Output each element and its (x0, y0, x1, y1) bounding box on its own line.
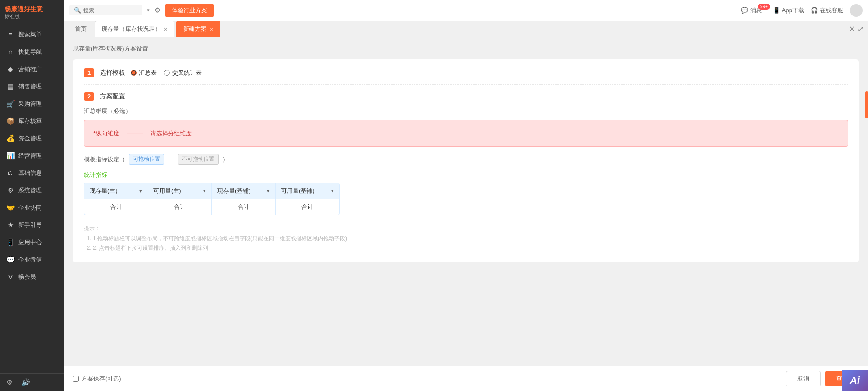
search-input[interactable] (83, 7, 129, 14)
radio-cross-input[interactable] (164, 70, 170, 76)
marketing-icon: ◆ (6, 65, 15, 73)
sidebar-item-basic-info[interactable]: 🗂 基础信息 (0, 165, 64, 182)
sidebar-item-finance[interactable]: 💰 资金管理 (0, 130, 64, 147)
search-bar[interactable]: 🔍 (69, 5, 142, 15)
stats-col-0-label: 现存量(主) (90, 187, 117, 195)
online-service-label: 在线客服 (820, 6, 843, 15)
hint-item-1: 2. 点击标题栏下拉可设置排序、插入列和删除列 (93, 243, 848, 253)
sidebar-item-member[interactable]: V 畅会员 (0, 268, 64, 286)
tab-new-plan[interactable]: 新建方案 ✕ (176, 21, 220, 37)
finance-icon: 💰 (6, 134, 15, 143)
sidebar-item-label: 快捷导航 (18, 48, 42, 56)
dimension-section-label: 汇总维度（必选） (84, 107, 848, 115)
avatar[interactable] (850, 4, 863, 17)
sidebar-item-new-guide[interactable]: ★ 新手引导 (0, 216, 64, 234)
quick-nav-icon: ⌂ (6, 48, 15, 56)
save-checkbox[interactable] (73, 376, 79, 382)
stats-col-3-label: 可用量(基辅) (281, 187, 315, 195)
radio-cross-label: 交叉统计表 (172, 69, 202, 77)
sidebar-item-label: 库存核算 (18, 117, 42, 125)
sidebar-item-business[interactable]: 📊 经营管理 (0, 147, 64, 165)
hints-section: 提示： 1.拖动标题栏可以调整布局，不可跨维度或指标区域拖动栏目字段(只能在同一… (84, 224, 848, 253)
sidebar-item-sys-mgmt[interactable]: ⚙ 系统管理 (0, 182, 64, 199)
dimension-placeholder[interactable]: 请选择分组维度 (150, 129, 192, 138)
radio-summary[interactable]: 汇总表 (131, 69, 157, 77)
tabbar-actions: ✕ ⤢ (849, 25, 868, 33)
gear-icon[interactable]: ⚙ (154, 6, 161, 15)
tab-home[interactable]: 首页 (68, 21, 93, 37)
indicator-settings-sep (168, 155, 174, 164)
tab-close-inventory[interactable]: ✕ (163, 26, 168, 32)
dimension-box[interactable]: *纵向维度 —— 请选择分组维度 (84, 120, 848, 147)
cancel-button[interactable]: 取消 (786, 371, 821, 386)
tab-home-label: 首页 (75, 25, 87, 33)
draggable-tag: 可拖动位置 (129, 154, 164, 165)
tab-inventory-status[interactable]: 现存量（库存状况表） ✕ (95, 21, 174, 37)
chevron-down-icon[interactable]: ▾ (147, 7, 150, 14)
member-icon: V (6, 273, 15, 281)
tab-new-plan-label: 新建方案 (183, 25, 207, 33)
sidebar-item-search-menu[interactable]: ≡ 搜索菜单 (0, 26, 64, 43)
close-icon[interactable]: ✕ (849, 25, 855, 33)
chevron-down-icon-1[interactable]: ▾ (203, 188, 206, 194)
stats-col-2: 现存量(基辅) ▾ (212, 183, 276, 199)
sidebar-item-marketing[interactable]: ◆ 营销推广 (0, 61, 64, 78)
content-area: 现存量(库存状况表)方案设置 1 选择模板 汇总表 交叉统计表 (64, 37, 868, 366)
topbar: 🔍 ▾ ⚙ 体验行业方案 💬 消息 99+ 📱 App下载 🎧 在线客服 (64, 0, 868, 21)
sidebar-item-label: 应用中心 (18, 238, 42, 247)
dimension-field-label: 纵向维度 (96, 130, 119, 137)
sidebar-footer: ⚙ 🔊 (0, 373, 64, 391)
sidebar-item-app-center[interactable]: 📱 应用中心 (0, 234, 64, 251)
stats-table-header: 现存量(主) ▾ 可用量(主) ▾ 现存量(基辅) ▾ 可用量(基辅) (84, 183, 339, 199)
step2-section: 2 方案配置 汇总维度（必选） *纵向维度 —— 请选择分组维度 模板指标设定（… (84, 92, 848, 253)
radio-cross[interactable]: 交叉统计表 (164, 69, 202, 77)
stats-cell-0-2: 合计 (212, 199, 276, 215)
step1-label: 选择模板 (100, 69, 125, 77)
sidebar-item-enterprise-wechat[interactable]: 💬 企业微信 (0, 251, 64, 268)
ai-badge[interactable]: Ai (842, 370, 868, 391)
stats-col-2-label: 现存量(基辅) (217, 187, 251, 195)
hint-item-0: 1.拖动标题栏可以调整布局，不可跨维度或指标区域拖动栏目字段(只能在同一维度或指… (93, 234, 848, 244)
chevron-down-icon-3[interactable]: ▾ (331, 188, 334, 194)
message-item[interactable]: 💬 消息 99+ (741, 6, 766, 15)
settings-icon[interactable]: ⚙ (6, 378, 12, 386)
sidebar-item-label: 企业微信 (18, 256, 42, 264)
message-icon: 💬 (741, 7, 748, 14)
online-service-item[interactable]: 🎧 在线客服 (811, 6, 843, 15)
tabbar: 首页 现存量（库存状况表） ✕ 新建方案 ✕ ✕ ⤢ (64, 21, 868, 37)
sidebar-item-purchase[interactable]: 🛒 采购管理 (0, 95, 64, 113)
message-badge: 99+ (758, 4, 770, 10)
speaker-icon[interactable]: 🔊 (21, 378, 30, 386)
sidebar-item-enterprise-collab[interactable]: 🤝 企业协同 (0, 199, 64, 216)
chevron-down-icon-2[interactable]: ▾ (267, 188, 270, 194)
sidebar-item-label: 资金管理 (18, 134, 42, 143)
tab-close-new-plan[interactable]: ✕ (209, 26, 214, 32)
chevron-down-icon-0[interactable]: ▾ (139, 188, 142, 194)
step2-badge: 2 (84, 92, 94, 101)
sidebar-item-sales[interactable]: ▤ 销售管理 (0, 78, 64, 95)
sidebar-item-quick-nav[interactable]: ⌂ 快捷导航 (0, 43, 64, 61)
radio-summary-input[interactable] (131, 70, 137, 76)
save-option[interactable]: 方案保存(可选) (73, 375, 121, 383)
stats-col-0: 现存量(主) ▾ (84, 183, 148, 199)
enterprise-collab-icon: 🤝 (6, 204, 15, 212)
sales-icon: ▤ (6, 82, 15, 91)
sidebar-nav: ≡ 搜索菜单 ⌂ 快捷导航 ◆ 营销推广 ▤ 销售管理 🛒 采购管理 📦 库存核… (0, 26, 64, 373)
sidebar-item-label: 系统管理 (18, 186, 42, 195)
sidebar: 畅康通好生意 标准版 ≡ 搜索菜单 ⌂ 快捷导航 ◆ 营销推广 ▤ 销售管理 🛒… (0, 0, 64, 391)
trial-button[interactable]: 体验行业方案 (165, 4, 214, 17)
stats-col-3: 可用量(基辅) ▾ (276, 183, 339, 199)
sidebar-item-label: 营销推广 (18, 65, 42, 73)
sidebar-item-inventory[interactable]: 📦 库存核算 (0, 113, 64, 130)
inventory-icon: 📦 (6, 117, 15, 125)
stats-table-row-0: 合计 合计 合计 合计 (84, 199, 339, 215)
online-service-icon: 🎧 (811, 7, 818, 14)
purchase-icon: 🛒 (6, 100, 15, 108)
indicator-settings-row: 模板指标设定（ 可拖动位置 不可拖动位置 ） (84, 154, 848, 165)
stats-cell-0-3: 合计 (276, 199, 339, 215)
sidebar-item-label: 销售管理 (18, 82, 42, 91)
sidebar-item-label: 企业协同 (18, 204, 42, 212)
dimension-required-field: *纵向维度 (93, 129, 119, 138)
expand-icon[interactable]: ⤢ (858, 25, 863, 33)
app-download-item[interactable]: 📱 App下载 (773, 6, 804, 15)
